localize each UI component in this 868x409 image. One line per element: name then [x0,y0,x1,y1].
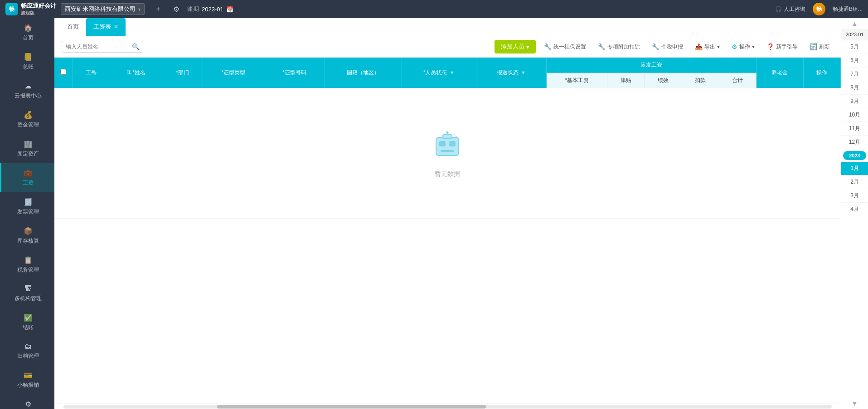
scrollbar-thumb[interactable] [217,405,486,409]
toolbar-right: 添加人员 ▾ 🔧 统一社保设置 🔧 专项附加扣除 🔧 个税申报 📤 [495,40,834,54]
calendar-icon[interactable]: 📅 [226,6,233,13]
special-deduction-button[interactable]: 🔧 专项附加扣除 [594,41,644,53]
checkbox-header[interactable] [54,58,73,88]
sidebar-item-inventory[interactable]: 📦 库存核算 [0,221,54,250]
th-employee-no: 工号 [73,58,110,88]
month-12[interactable]: 12月 [841,136,868,149]
header-actions: + ⚙ [152,3,183,15]
month-9[interactable]: 9月 [841,95,868,108]
add-person-button[interactable]: 添加人员 ▾ [495,40,536,54]
sidebar-item-multiorg[interactable]: 🏗 多机构管理 [0,279,54,308]
add-person-dropdown-icon: ▾ [526,44,529,50]
new-guide-icon: ❓ [766,43,774,50]
logo-area: 畅 畅应通好会计 旗舰版 [5,2,56,16]
scroll-up-arrow[interactable]: ▲ [841,18,868,29]
sort-name-icon[interactable]: ⇅ [126,69,131,76]
search-wrap[interactable]: 🔍 [62,41,143,53]
settings-button[interactable]: ⚙ [170,3,183,15]
social-insurance-icon: 🔧 [544,43,552,50]
th-deduction: 扣款 [682,73,719,88]
sidebar-item-expense[interactable]: 💳 小畅报销 [0,365,54,394]
personal-tax-button[interactable]: 🔧 个税申报 [648,41,687,53]
search-input[interactable] [66,44,129,50]
right-panel: ▲ 2023.01 5月 6月 7月 8月 9月 10月 11月 12月 202… [841,18,868,409]
sidebar-item-salary[interactable]: 💼 工资 [0,163,54,192]
month-7[interactable]: 7月 [841,68,868,81]
report-filter-icon[interactable]: ▼ [521,70,526,75]
fund-icon: 💰 [24,111,33,119]
month-4[interactable]: 4月 [841,203,868,216]
empty-state: 暂无数据 [59,92,836,214]
tax-icon: 📋 [24,256,33,264]
sidebar-item-basesettings[interactable]: ⚙ 基础设置 [0,394,54,409]
export-dropdown-icon: ▾ [717,44,720,50]
month-5[interactable]: 5月 [841,40,868,54]
new-guide-button[interactable]: ❓ 新手引导 [763,41,801,53]
tab-salary-table[interactable]: 工资表 ✕ [86,18,126,36]
sidebar-label-fund: 资金管理 [17,121,39,129]
special-deduction-label: 专项附加扣除 [607,43,640,51]
salary-table: 工号 ⇅ *姓名 *部门 *证型类型 *证型号码 [54,58,841,219]
sidebar-label-salary: 工资 [23,179,34,187]
select-all-checkbox[interactable] [60,69,66,75]
main-layout: 🏠 首页 📒 总账 ☁ 云报表中心 💰 资金管理 🏢 固定资产 💼 工资 🧾 发… [0,18,868,409]
logo-icon: 畅 [5,3,18,15]
sidebar-item-invoice[interactable]: 🧾 发票管理 [0,192,54,221]
th-allowance: 津贴 [607,73,645,88]
month-10[interactable]: 10月 [841,108,868,122]
header-right: 🎧 人工咨询 畅 畅捷通B组... [775,3,863,15]
search-icon: 🔍 [132,43,140,50]
sidebar: 🏠 首页 📒 总账 ☁ 云报表中心 💰 资金管理 🏢 固定资产 💼 工资 🧾 发… [0,18,54,409]
tab-close-icon[interactable]: ✕ [114,24,118,30]
sidebar-item-ledger[interactable]: 📒 总账 [0,47,54,76]
refresh-label: 刷新 [819,43,830,51]
empty-text: 暂无数据 [435,170,460,178]
status-filter-icon[interactable]: ▼ [450,70,455,75]
month-2[interactable]: 2月 [841,175,868,189]
tab-salary-table-label: 工资表 [93,23,111,31]
add-company-button[interactable]: + [152,3,165,15]
sidebar-item-assets[interactable]: 🏢 固定资产 [0,134,54,163]
th-pension: 养老金 [756,58,803,88]
svg-rect-3 [441,150,454,152]
horizontal-scrollbar[interactable] [54,404,841,409]
th-name: ⇅ *姓名 [110,58,162,88]
sidebar-label-archive: 归档管理 [17,352,39,360]
new-guide-label: 新手引导 [776,43,798,51]
social-insurance-button[interactable]: 🔧 统一社保设置 [540,41,590,53]
sidebar-item-settle[interactable]: ✅ 结账 [0,308,54,337]
headset-icon: 🎧 [775,6,782,12]
operations-label: 操作 [739,43,750,51]
settle-icon: ✅ [24,313,33,322]
sidebar-item-cloud[interactable]: ☁ 云报表中心 [0,76,54,105]
expense-icon: 💳 [24,371,33,380]
period-label: 账期 [187,5,199,13]
sidebar-label-expense: 小畅报销 [17,381,39,389]
company-name: 西安矿米网络科技有限公司 [65,5,136,13]
month-11[interactable]: 11月 [841,122,868,136]
th-id-number: *证型号码 [264,58,325,88]
svg-point-9 [454,134,455,135]
sidebar-item-fund[interactable]: 💰 资金管理 [0,105,54,134]
cloud-icon: ☁ [24,82,32,90]
sidebar-item-home[interactable]: 🏠 首页 [0,18,54,47]
sidebar-item-tax[interactable]: 📋 税务管理 [0,250,54,279]
th-salary-group: 应发工资 [547,58,756,73]
customer-service-button[interactable]: 🎧 人工咨询 [775,5,805,13]
tab-home[interactable]: 首页 [60,18,86,36]
month-8[interactable]: 8月 [841,81,868,95]
month-1[interactable]: 1月 [841,162,868,175]
empty-cell: 暂无数据 [54,88,841,218]
toolbar: 🔍 添加人员 ▾ 🔧 统一社保设置 🔧 专项附加扣除 🔧 个税申报 [54,36,841,58]
month-6[interactable]: 6月 [841,54,868,68]
th-basic-salary: *基本工资 [547,73,607,88]
scroll-down-arrow[interactable]: ▼ [841,398,868,409]
svg-point-8 [458,139,460,140]
export-button[interactable]: 📤 导出 ▾ [691,41,723,53]
refresh-button[interactable]: 🔄 刷新 [806,41,834,53]
sidebar-item-archive[interactable]: 🗂 归档管理 [0,337,54,365]
th-nationality: 国籍（地区） [325,58,402,88]
operations-button[interactable]: ⚙ 操作 ▾ [728,41,758,53]
month-3[interactable]: 3月 [841,189,868,203]
company-selector[interactable]: 西安矿米网络科技有限公司 ▾ [61,3,145,15]
